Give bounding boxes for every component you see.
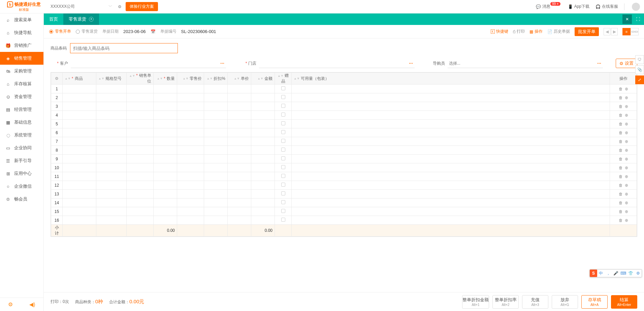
delete-icon[interactable]: 🗑 — [619, 200, 623, 205]
ime-widget[interactable]: S 中 ， 🎤 ⌨ 👕 ⚙ — [589, 269, 642, 277]
th-product[interactable]: ▲▼*商品 — [63, 73, 96, 85]
gift-checkbox[interactable] — [281, 139, 285, 143]
experience-button[interactable]: 体验行业方案 — [126, 2, 158, 11]
add-icon[interactable]: ⊕ — [625, 104, 628, 109]
add-icon[interactable]: ⊕ — [625, 157, 628, 161]
add-icon[interactable]: ⊕ — [625, 209, 628, 214]
ime-setting-icon[interactable]: ⚙ — [634, 271, 642, 276]
tab-close-all-icon[interactable]: ✕ — [622, 14, 632, 24]
sidebar-item-8[interactable]: ▦基础信息 — [0, 116, 43, 129]
th-price[interactable]: ▲▼零售价 — [177, 73, 204, 85]
sidebar-item-12[interactable]: ⊞应用中心 — [0, 167, 43, 180]
setting-button[interactable]: ⚙设置 — [616, 59, 637, 68]
history-link[interactable]: 📄历史单据 — [547, 29, 570, 34]
add-icon[interactable]: ⊕ — [625, 200, 628, 205]
sidebar-item-4[interactable]: 🛍采购管理 — [0, 65, 43, 77]
radio-retail-order[interactable]: 零售开单 — [49, 29, 71, 34]
sidebar-item-3[interactable]: ◈销售管理 — [0, 52, 43, 65]
table-row[interactable]: 15🗑⊕ — [51, 207, 637, 216]
rail-attach-icon[interactable]: 📎 — [635, 65, 644, 74]
delete-icon[interactable]: 🗑 — [619, 104, 623, 109]
sidebar-item-13[interactable]: ○企业微信 — [0, 180, 43, 193]
ime-lang[interactable]: 中 — [597, 271, 605, 276]
gift-checkbox[interactable] — [281, 113, 285, 117]
company-select[interactable]: XXXXXX公司 ﹀ — [48, 2, 115, 11]
abandon-button[interactable]: 放弃Alt+G — [552, 295, 578, 309]
table-row[interactable]: 16🗑⊕ — [51, 216, 637, 225]
table-row[interactable]: 14🗑⊕ — [51, 198, 637, 207]
delete-icon[interactable]: 🗑 — [619, 174, 623, 179]
delete-icon[interactable]: 🗑 — [619, 139, 623, 144]
gift-checkbox[interactable] — [281, 86, 285, 90]
add-icon[interactable]: ⊕ — [625, 183, 628, 188]
gift-checkbox[interactable] — [281, 148, 285, 152]
prev-button[interactable]: ◀ — [604, 28, 610, 35]
add-icon[interactable]: ⊕ — [625, 192, 628, 196]
rail-note-icon[interactable]: 🗨 — [635, 55, 644, 64]
table-row[interactable]: 9🗑⊕ — [51, 155, 637, 163]
store-input[interactable] — [260, 60, 409, 67]
discount-rate-button[interactable]: 整单折扣率Alt+2 — [492, 295, 519, 309]
delete-icon[interactable]: 🗑 — [619, 87, 623, 91]
guide-input[interactable] — [449, 60, 597, 67]
th-amount[interactable]: ▲▼金额 — [251, 73, 275, 85]
gift-checkbox[interactable] — [281, 174, 285, 178]
add-icon[interactable]: ⊕ — [625, 87, 628, 91]
delete-icon[interactable]: 🗑 — [619, 209, 623, 214]
tab-home[interactable]: 首页 — [44, 13, 63, 25]
th-gear[interactable]: ⚙ — [51, 73, 63, 85]
customer-input[interactable] — [72, 60, 220, 67]
gift-checkbox[interactable] — [281, 200, 285, 204]
sidebar-item-9[interactable]: ◌系统管理 — [0, 129, 43, 142]
gift-checkbox[interactable] — [281, 165, 285, 169]
date-value[interactable]: 2023-06-06 — [123, 29, 146, 34]
table-row[interactable]: 13🗑⊕ — [51, 190, 637, 198]
table-row[interactable]: 10🗑⊕ — [51, 163, 637, 172]
barcode-input[interactable] — [70, 43, 178, 53]
th-gift[interactable]: ▲▼赠品 — [275, 73, 292, 85]
fullscreen-icon[interactable]: ⛶ — [633, 14, 643, 24]
delete-icon[interactable]: 🗑 — [619, 95, 623, 100]
sidebar-item-1[interactable]: ⌂快捷导航 — [0, 26, 43, 39]
radio-retail-return[interactable]: 零售退货 — [76, 29, 98, 34]
delete-icon[interactable]: 🗑 — [619, 192, 623, 196]
discount-amount-button[interactable]: 整单折扣金额Alt+1 — [462, 295, 489, 309]
guide-field[interactable]: ⋯ — [448, 59, 603, 68]
ime-punct[interactable]: ， — [605, 271, 612, 276]
gift-checkbox[interactable] — [281, 218, 285, 222]
sidebar-item-6[interactable]: ⊙资金管理 — [0, 90, 43, 103]
th-unit[interactable]: ▲▼*销售单位 — [127, 73, 154, 85]
delete-icon[interactable]: 🗑 — [619, 218, 623, 223]
settle-button[interactable]: 结算Alt+Enter — [611, 295, 637, 309]
gift-checkbox[interactable] — [281, 121, 285, 125]
sidebar-item-5[interactable]: ⌂库存核算 — [0, 77, 43, 90]
add-icon[interactable]: ⊕ — [625, 174, 628, 179]
save-draft-button[interactable]: 存草稿Alt+A — [581, 295, 608, 309]
add-icon[interactable]: ⊕ — [625, 113, 628, 118]
calendar-icon[interactable]: 📅 — [151, 29, 156, 34]
ellipsis-icon[interactable]: ⋯ — [597, 61, 602, 66]
recharge-button[interactable]: 充值Alt+3 — [522, 295, 548, 309]
table-row[interactable]: 2🗑⊕ — [51, 93, 637, 102]
ime-mic-icon[interactable]: 🎤 — [612, 271, 619, 276]
customer-field[interactable]: ⋯ — [71, 59, 226, 68]
delete-icon[interactable]: 🗑 — [619, 122, 623, 126]
gear-icon[interactable]: ⚙ — [8, 301, 13, 308]
add-icon[interactable]: ⊕ — [625, 95, 628, 100]
tab-retail-return[interactable]: 零售退货 × — [63, 13, 99, 25]
table-row[interactable]: 8🗑⊕ — [51, 146, 637, 155]
gift-checkbox[interactable] — [281, 130, 285, 134]
ellipsis-icon[interactable]: ⋯ — [220, 61, 225, 66]
add-icon[interactable]: ⊕ — [625, 122, 628, 126]
delete-icon[interactable]: 🗑 — [619, 165, 623, 170]
gift-checkbox[interactable] — [281, 191, 285, 195]
sidebar-item-0[interactable]: ⌕搜索菜单 — [0, 13, 43, 26]
add-icon[interactable]: ⊕ — [625, 139, 628, 144]
th-spec[interactable]: ▲▼规格型号 — [96, 73, 127, 85]
ops-link[interactable]: ▦操作 — [529, 29, 543, 34]
add-icon[interactable]: ⊕ — [625, 130, 628, 135]
delete-icon[interactable]: 🗑 — [619, 148, 623, 153]
th-discount[interactable]: ▲▼折扣% — [204, 73, 228, 85]
delete-icon[interactable]: 🗑 — [619, 183, 623, 188]
add-icon[interactable]: ⊕ — [625, 165, 628, 170]
